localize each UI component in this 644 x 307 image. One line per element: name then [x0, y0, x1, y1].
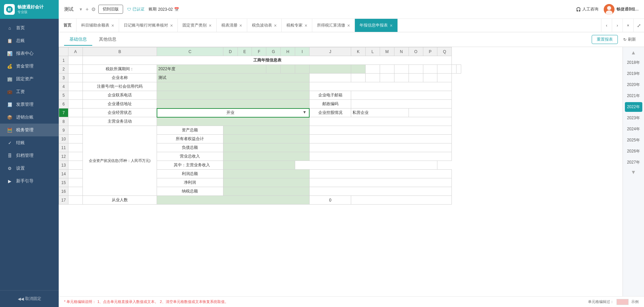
- tab-close-icon[interactable]: ×: [111, 23, 114, 28]
- cell-7A[interactable]: [68, 108, 83, 117]
- cell-2G[interactable]: [295, 65, 310, 74]
- tab-prev-button[interactable]: ‹: [601, 19, 612, 32]
- sidebar-item-wage[interactable]: 💼 工资: [0, 85, 59, 98]
- col-O[interactable]: O: [409, 47, 423, 56]
- cell-8C[interactable]: [157, 117, 310, 126]
- sidebar-item-asset[interactable]: 🏢 固定资产: [0, 73, 59, 85]
- cell-7K[interactable]: 私营企业: [351, 108, 409, 117]
- reset-report-button[interactable]: 重置报表: [592, 35, 618, 44]
- dropdown-arrow-icon[interactable]: ▼: [79, 7, 83, 12]
- cell-17A[interactable]: [68, 196, 83, 205]
- col-Q[interactable]: Q: [437, 47, 452, 56]
- cell-5K[interactable]: [351, 91, 452, 100]
- sidebar-item-settle[interactable]: ✓ 结账: [0, 136, 59, 149]
- cell-4A[interactable]: [68, 82, 83, 91]
- col-H[interactable]: H: [281, 47, 295, 56]
- sidebar-item-fund[interactable]: 💰 资金管理: [0, 60, 59, 73]
- tab-close-all-button[interactable]: ×: [623, 19, 633, 32]
- cell-1A[interactable]: [68, 56, 83, 65]
- cell-15D[interactable]: [223, 178, 309, 187]
- tab-close-icon[interactable]: ×: [274, 23, 277, 28]
- cell-10D[interactable]: [223, 135, 309, 143]
- col-L[interactable]: L: [365, 47, 380, 56]
- cell-2A[interactable]: [68, 65, 83, 74]
- sidebar-item-guide[interactable]: ▶ 新手引导: [0, 175, 59, 187]
- cell-3L[interactable]: [365, 74, 380, 82]
- cell-2H[interactable]: [309, 65, 351, 74]
- cell-2L[interactable]: [394, 65, 409, 74]
- cell-7C-dropdown[interactable]: 开业 ▼: [157, 108, 310, 117]
- cell-15J[interactable]: [309, 178, 451, 187]
- cell-14A[interactable]: [68, 170, 83, 178]
- cell-11D[interactable]: [223, 143, 309, 152]
- sidebar-item-report[interactable]: 📊 报表中心: [0, 47, 59, 60]
- sidebar-item-invoice[interactable]: 🧾 发票管理: [0, 98, 59, 111]
- cell-3P[interactable]: [423, 74, 437, 82]
- year-scroll-up[interactable]: ▲: [623, 48, 644, 57]
- tab-fixed[interactable]: 固定资产类别 ×: [178, 19, 216, 32]
- cell-2Q[interactable]: [457, 65, 461, 74]
- cell-9D[interactable]: [223, 126, 309, 135]
- cell-2F[interactable]: [281, 65, 295, 74]
- cell-11A[interactable]: [68, 143, 83, 152]
- col-P[interactable]: P: [423, 47, 437, 56]
- spreadsheet-main[interactable]: A B C D E F G H I J K L M: [59, 47, 623, 296]
- cell-12J[interactable]: [309, 152, 451, 161]
- cell-6A[interactable]: [68, 100, 83, 108]
- col-D[interactable]: D: [223, 47, 237, 56]
- cell-13E[interactable]: [223, 161, 295, 170]
- tab-home[interactable]: 首页: [59, 19, 76, 32]
- cell-14J[interactable]: [309, 170, 451, 178]
- col-K[interactable]: K: [351, 47, 366, 56]
- year-2021[interactable]: 2021年: [625, 91, 642, 101]
- cell-5C[interactable]: [157, 91, 310, 100]
- tab-close-icon[interactable]: ×: [239, 23, 242, 28]
- settings-gear-icon[interactable]: ⚙: [91, 6, 96, 12]
- year-2024[interactable]: 2024年: [625, 124, 642, 134]
- cell-3A[interactable]: [68, 74, 83, 82]
- cell-10A[interactable]: [68, 135, 83, 143]
- col-G[interactable]: G: [266, 47, 281, 56]
- tab-next-button[interactable]: ›: [612, 19, 623, 32]
- year-2023[interactable]: 2023年: [625, 113, 642, 123]
- tab-income[interactable]: 所得税汇算清缴 ×: [312, 19, 355, 32]
- cell-9A[interactable]: [68, 126, 83, 135]
- cell-13J[interactable]: [295, 161, 437, 170]
- year-2027[interactable]: 2027年: [625, 158, 642, 167]
- tab-expand-button[interactable]: ⤢: [633, 19, 644, 32]
- sidebar-item-tax[interactable]: 🧮 税务管理: [0, 124, 59, 136]
- sidebar-collapse-btn[interactable]: ◀◀ 取消固定: [0, 293, 59, 304]
- col-A[interactable]: A: [68, 47, 83, 56]
- year-2018[interactable]: 2018年: [625, 58, 642, 68]
- col-B[interactable]: B: [83, 47, 157, 56]
- tab-close-icon[interactable]: ×: [390, 23, 392, 28]
- cell-2E[interactable]: [266, 65, 281, 74]
- col-J[interactable]: J: [309, 47, 351, 56]
- service-button[interactable]: 🎧 人工咨询: [576, 6, 598, 12]
- cell-2K[interactable]: [380, 65, 394, 74]
- cell-3J[interactable]: [309, 74, 351, 82]
- tab-journal[interactable]: 日记账与银行对账单核对 ×: [119, 19, 178, 32]
- col-I[interactable]: I: [295, 47, 310, 56]
- cell-9J[interactable]: [309, 126, 451, 135]
- cell-16A[interactable]: [68, 187, 83, 196]
- dropdown-arrow[interactable]: ▼: [303, 110, 307, 115]
- cell-3K[interactable]: [351, 74, 366, 82]
- cell-14D[interactable]: [223, 170, 309, 178]
- tab-taxwave[interactable]: 税负波动表 ×: [247, 19, 282, 32]
- cell-2M[interactable]: [409, 65, 423, 74]
- sidebar-item-settings[interactable]: ⚙ 设置: [0, 162, 59, 175]
- sidebar-item-ledger[interactable]: 📋 总账: [0, 34, 59, 47]
- sub-tab-other[interactable]: 其他信息: [94, 34, 122, 46]
- add-icon[interactable]: +: [86, 6, 89, 12]
- sub-tab-basic[interactable]: 基础信息: [64, 34, 92, 46]
- cell-17J[interactable]: 0: [309, 196, 351, 205]
- year-2026[interactable]: 2026年: [625, 146, 642, 156]
- calendar-icon[interactable]: 📅: [174, 7, 179, 12]
- cell-2J[interactable]: [365, 65, 380, 74]
- col-N[interactable]: N: [394, 47, 409, 56]
- cell-17K[interactable]: [351, 196, 452, 205]
- col-M[interactable]: M: [380, 47, 394, 56]
- cell-15A[interactable]: [68, 178, 83, 187]
- refresh-button[interactable]: ↻ 刷新: [621, 35, 639, 44]
